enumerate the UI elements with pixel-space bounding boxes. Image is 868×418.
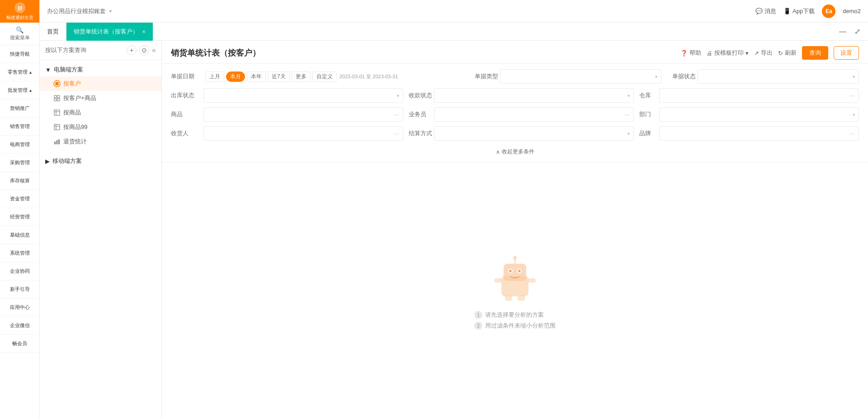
export-icon: ↗ (754, 50, 759, 57)
sidebar-item-retail[interactable]: 零售管理 ▴ (0, 63, 39, 81)
add-scheme-btn[interactable]: + (127, 45, 137, 55)
breadcrumb: 办公用品行业模拟账套 ▾ (47, 7, 112, 15)
warehouse-field[interactable]: ··· (659, 88, 859, 103)
sidebar-item-search[interactable]: 🔍 搜索菜单 (0, 23, 39, 45)
date-btn-custom[interactable]: 自定义 (312, 71, 337, 82)
svg-rect-15 (57, 140, 58, 144)
tab-sales-stats[interactable]: 销货单统计表（按客户） × (66, 23, 153, 41)
brand-dots[interactable]: ··· (849, 130, 855, 137)
brand-field[interactable]: ··· (659, 126, 859, 141)
app-download-btn[interactable]: 📱 App下载 (783, 7, 815, 15)
scheme-group-mobile[interactable]: ▶ 移动端方案 (40, 154, 161, 168)
product-label: 商品 (171, 110, 203, 119)
product-field[interactable]: ··· (203, 107, 403, 122)
retail-arrow: ▴ (29, 70, 32, 75)
help-btn[interactable]: ❓ 帮助 (680, 49, 701, 57)
left-panel: 按以下方案查询 + ⊙ « ▼ 电脑端方案 按客户 (40, 41, 162, 418)
scheme-item-return-stats[interactable]: 退货统计 (40, 134, 161, 149)
stock-status-field[interactable]: ▾ (203, 88, 403, 103)
print-icon: 🖨 (707, 50, 712, 57)
settlement-field[interactable]: ▾ (434, 126, 634, 141)
scheme-item-by-customer[interactable]: 按客户 (40, 76, 161, 91)
warehouse-dots[interactable]: ··· (849, 92, 855, 99)
logo-icon: 好 (14, 2, 26, 14)
sidebar-item-member[interactable]: 畅会员 (0, 335, 39, 353)
date-btn-this-year[interactable]: 本年 (247, 71, 266, 82)
scheme-item-label: 按商品 (63, 109, 81, 117)
date-btn-more[interactable]: 更多 (292, 71, 311, 82)
chevron-down-icon: ▾ (627, 131, 630, 136)
avatar[interactable]: Ea (822, 5, 835, 18)
salesperson-dots[interactable]: ··· (624, 111, 630, 118)
svg-rect-8 (54, 110, 60, 115)
grid-icon (53, 95, 61, 102)
sidebar-item-purchase[interactable]: 采购管理 (0, 154, 39, 172)
empty-hint-2-text: 用过滤条件来缩小分析范围 (485, 322, 556, 330)
collapse-text: 收起更多条件 (502, 148, 534, 156)
salesperson-field[interactable]: ··· (434, 107, 634, 122)
scheme-item-by-product[interactable]: 按商品 (40, 105, 161, 120)
svg-rect-7 (57, 99, 60, 101)
sidebar-item-finance[interactable]: 资金管理 (0, 190, 39, 208)
tab-maximize-btn[interactable]: ⤢ (852, 26, 863, 37)
logo: 好 畅捷通好生意 (0, 0, 39, 23)
svg-text:好: 好 (17, 5, 23, 11)
sidebar-item-app-center[interactable]: 应用中心 (0, 299, 39, 317)
sidebar-item-ecommerce[interactable]: 电商管理 (0, 136, 39, 154)
consignee-field[interactable]: ··· (203, 126, 403, 141)
sidebar-item-operations[interactable]: 经营管理 (0, 208, 39, 226)
empty-illustration (488, 251, 542, 305)
tab-label: 销货单统计表（按客户） (74, 28, 138, 36)
page-actions: ❓ 帮助 🖨 按模板打印 ▾ ↗ 导出 ↻ 刷新 (680, 46, 859, 60)
department-field[interactable]: ▾ (659, 107, 859, 122)
date-btn-7days[interactable]: 近7天 (268, 71, 290, 82)
sidebar-item-sales[interactable]: 销售管理 (0, 118, 39, 136)
sidebar-item-quick-nav[interactable]: 快捷导航 (0, 45, 39, 63)
top-header: 办公用品行业模拟账套 ▾ 💬 消息 📱 App下载 Ea demo2 (40, 0, 868, 23)
search-label: 搜索菜单 (3, 34, 37, 41)
order-status-field[interactable]: ▾ (698, 69, 859, 84)
consignee-label: 收货人 (171, 129, 203, 138)
date-btn-this-month[interactable]: 本月 (226, 71, 245, 82)
sidebar-item-basic[interactable]: 基础信息 (0, 226, 39, 244)
svg-point-24 (513, 256, 517, 260)
empty-hint-1-text: 请先选择要分析的方案 (485, 311, 544, 319)
date-btn-last-month[interactable]: 上月 (205, 71, 224, 82)
order-status-label: 单据状态 (672, 72, 698, 81)
scheme-header-label: 按以下方案查询 (45, 46, 86, 54)
sidebar-item-enterprise-wechat[interactable]: 企业微信 (0, 317, 39, 335)
scheme-item-by-product-99[interactable]: 按商品99 (40, 120, 161, 134)
message-btn[interactable]: 💬 消息 (755, 7, 776, 15)
consignee-dots[interactable]: ··· (394, 130, 399, 137)
receipt-status-field[interactable]: ▾ (434, 88, 634, 103)
svg-rect-16 (58, 139, 60, 144)
breadcrumb-arrow[interactable]: ▾ (109, 9, 112, 14)
maximize-icon: ⤢ (854, 27, 860, 36)
settings-btn[interactable]: 设置 (834, 46, 859, 60)
sidebar-item-wholesale[interactable]: 批发管理 ▴ (0, 81, 39, 100)
product-dots[interactable]: ··· (394, 111, 399, 118)
tab-minimize-btn[interactable]: — (837, 26, 848, 37)
chevron-down-icon: ▾ (853, 74, 855, 79)
sidebar-item-system[interactable]: 系统管理 (0, 244, 39, 262)
query-btn[interactable]: 查询 (802, 46, 828, 60)
scheme-item-by-customer-product[interactable]: 按客户+商品 (40, 91, 161, 105)
empty-hint-1: 1 请先选择要分析的方案 (474, 311, 556, 319)
refresh-btn[interactable]: ↻ 刷新 (778, 49, 797, 57)
print-btn[interactable]: 🖨 按模板打印 ▾ (707, 49, 749, 57)
order-type-field[interactable]: ▾ (500, 69, 661, 84)
sidebar-item-marketing[interactable]: 营销推广 (0, 100, 39, 118)
collapse-panel-btn[interactable]: « (152, 46, 156, 54)
sidebar-item-enterprise[interactable]: 企业协同 (0, 262, 39, 280)
export-btn[interactable]: ↗ 导出 (754, 49, 773, 57)
salesperson-label: 业务员 (409, 110, 434, 119)
settings-scheme-btn[interactable]: ⊙ (139, 45, 149, 55)
scheme-group-desktop[interactable]: ▼ 电脑端方案 (40, 63, 161, 76)
message-icon: 💬 (755, 8, 763, 14)
tab-close-icon[interactable]: × (142, 28, 146, 35)
sidebar-item-newbie[interactable]: 新手引导 (0, 280, 39, 299)
collapse-link[interactable]: ∧ 收起更多条件 (496, 148, 534, 156)
tab-home[interactable]: 首页 (40, 23, 66, 41)
date-shortcuts: 上月 本月 本年 近7天 更多 自定义 (205, 71, 337, 82)
sidebar-item-inventory[interactable]: 库存核算 (0, 172, 39, 190)
